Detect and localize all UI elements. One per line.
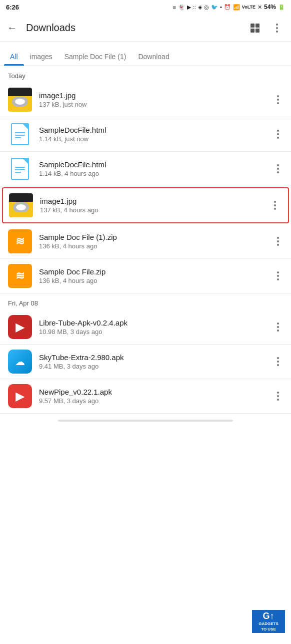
- html-doc-icon: [11, 123, 29, 145]
- grid-view-icon: [250, 24, 260, 33]
- list-item[interactable]: ☁ SkyTube-Extra-2.980.apk 9.41 MB, 3 day…: [0, 345, 291, 379]
- file-thumbnail: ▶: [8, 384, 32, 408]
- tab-download[interactable]: Download: [132, 47, 175, 66]
- tab-bar: All images Sample Doc File (1) Download: [0, 42, 291, 66]
- volte-icon: VoLTE: [242, 5, 256, 10]
- header-actions: [245, 18, 287, 38]
- watermark: G↑ GADGETS TO USE: [251, 609, 286, 634]
- watermark-logo: G↑: [258, 611, 278, 621]
- app-icon: ◈: [198, 4, 202, 11]
- list-item-highlighted[interactable]: image1.jpg 137 kB, 4 hours ago: [2, 187, 289, 223]
- list-item[interactable]: SampleDocFile.html 1.14 kB, just now: [0, 117, 291, 152]
- file-meta: 1.14 kB, 4 hours ago: [39, 170, 269, 177]
- dot-icon: •: [220, 4, 222, 10]
- file-name: Sample Doc File (1).zip: [39, 233, 269, 241]
- doc-lines: [15, 167, 25, 173]
- status-bar: 6:26 ≡ 👻 ▶ :: ◈ ◎ 🐦 • ⏰ 📶 VoLTE ✕ 54% 🔋: [0, 0, 291, 14]
- file-info: image1.jpg 137 kB, 4 hours ago: [40, 197, 266, 214]
- wifi-icon: 📶: [233, 4, 240, 11]
- file-name: SampleDocFile.html: [39, 126, 269, 134]
- file-meta: 9.41 MB, 3 days ago: [39, 363, 269, 370]
- file-menu-button[interactable]: [269, 318, 287, 336]
- tab-all[interactable]: All: [4, 47, 24, 66]
- file-thumbnail: ▶: [8, 315, 32, 339]
- file-info: SampleDocFile.html 1.14 kB, just now: [39, 126, 269, 143]
- file-info: Sample Doc File (1).zip 136 kB, 4 hours …: [39, 233, 269, 250]
- play-triangle-icon: ▶: [16, 389, 24, 403]
- zip-icon: ≋: [16, 235, 24, 248]
- file-menu-button[interactable]: [269, 353, 287, 371]
- section-header-fri: Fri, Apr 08: [0, 293, 291, 310]
- file-name: Libre-Tube-Apk-v0.2.4.apk: [39, 318, 269, 327]
- play-icon: ▶: [16, 320, 24, 334]
- battery-percent: 54%: [264, 4, 276, 11]
- menu-dots-icon: [277, 95, 279, 104]
- twitter-icon: 🐦: [211, 4, 218, 11]
- snapchat-icon: 👻: [178, 4, 185, 11]
- scroll-bar: [58, 420, 232, 422]
- more-options-button[interactable]: [267, 18, 287, 38]
- status-icons: ≡ 👻 ▶ :: ◈ ◎ 🐦 • ⏰ 📶 VoLTE ✕ 54% 🔋: [172, 4, 285, 11]
- file-name: Sample Doc File.zip: [39, 267, 269, 276]
- file-menu-button[interactable]: [266, 196, 284, 214]
- tab-sample-doc[interactable]: Sample Doc File (1): [58, 47, 132, 66]
- file-menu-button[interactable]: [269, 387, 287, 405]
- tab-images[interactable]: images: [24, 47, 58, 66]
- grid-apps-icon: ::: [193, 4, 196, 10]
- file-thumbnail: [8, 122, 32, 146]
- file-info: Sample Doc File.zip 136 kB, 4 hours ago: [39, 267, 269, 284]
- list-item[interactable]: image1.jpg 137 kB, just now: [0, 83, 291, 117]
- newpipe-icon: ▶: [8, 384, 32, 408]
- html-doc-icon: [11, 158, 29, 180]
- file-meta: 136 kB, 4 hours ago: [39, 277, 269, 284]
- file-meta: 136 kB, 4 hours ago: [39, 242, 269, 250]
- file-meta: 10.98 MB, 3 days ago: [39, 328, 269, 336]
- html-thumb: [8, 122, 32, 146]
- menu-dots-icon: [274, 201, 276, 210]
- status-time: 6:26: [6, 4, 19, 11]
- file-name: SampleDocFile.html: [39, 160, 269, 169]
- menu-dots-icon: [277, 392, 279, 401]
- menu-dots-icon: [277, 323, 279, 332]
- file-menu-button[interactable]: [269, 125, 287, 143]
- page-title: Downloads: [26, 22, 245, 34]
- skytube-icon: ☁: [8, 350, 32, 374]
- file-menu-button[interactable]: [269, 267, 287, 285]
- menu-dots-icon: [277, 130, 279, 139]
- alarm-icon: ⏰: [224, 4, 231, 11]
- list-item[interactable]: SampleDocFile.html 1.14 kB, 4 hours ago: [0, 152, 291, 186]
- app-header: ← Downloads: [0, 14, 291, 42]
- file-info: NewPipe_v0.22.1.apk 9.57 MB, 3 days ago: [39, 388, 269, 405]
- list-item[interactable]: ≋ Sample Doc File.zip 136 kB, 4 hours ag…: [0, 259, 291, 293]
- list-item[interactable]: ▶ Libre-Tube-Apk-v0.2.4.apk 10.98 MB, 3 …: [0, 310, 291, 345]
- zip-icon: ≋: [16, 269, 24, 282]
- file-name: SkyTube-Extra-2.980.apk: [39, 353, 269, 362]
- file-name: NewPipe_v0.22.1.apk: [39, 388, 269, 396]
- doc-lines: [15, 132, 25, 138]
- file-thumbnail: ≋: [8, 229, 32, 253]
- file-meta: 137 kB, just now: [39, 101, 269, 108]
- file-thumbnail: [8, 88, 32, 112]
- file-menu-button[interactable]: [269, 232, 287, 250]
- menu-dots-icon: [277, 357, 279, 366]
- menu-dots-icon: [277, 237, 279, 246]
- back-icon: ←: [7, 22, 17, 34]
- libre-tube-icon: ▶: [8, 315, 32, 339]
- watermark-text: GADGETS TO USE: [258, 621, 278, 632]
- back-button[interactable]: ←: [2, 18, 22, 38]
- more-options-icon: [276, 24, 278, 33]
- file-info: SkyTube-Extra-2.980.apk 9.41 MB, 3 days …: [39, 353, 269, 370]
- minion-thumb: [8, 88, 32, 112]
- file-meta: 9.57 MB, 3 days ago: [39, 397, 269, 405]
- file-thumbnail: ≋: [8, 264, 32, 288]
- file-menu-button[interactable]: [269, 91, 287, 109]
- file-thumbnail: [9, 193, 33, 217]
- instagram-icon: ◎: [204, 4, 209, 11]
- file-menu-button[interactable]: [269, 160, 287, 178]
- file-meta: 1.14 kB, just now: [39, 135, 269, 143]
- list-item[interactable]: ≋ Sample Doc File (1).zip 136 kB, 4 hour…: [0, 224, 291, 259]
- list-item[interactable]: ▶ NewPipe_v0.22.1.apk 9.57 MB, 3 days ag…: [0, 379, 291, 414]
- battery-icon: 🔋: [278, 4, 285, 11]
- signal-icon: ✕: [258, 4, 262, 11]
- grid-view-button[interactable]: [245, 18, 265, 38]
